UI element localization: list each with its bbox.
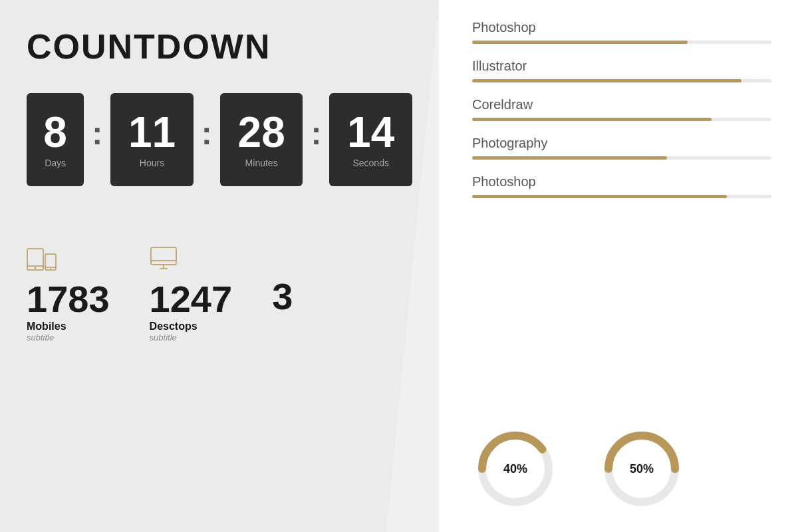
skill-item-0: Photoshop [472, 20, 771, 44]
mobile-title: Mobiles [27, 321, 66, 332]
skill-name-0: Photoshop [472, 20, 771, 35]
desktop-stat: 1247 Desctops subtitle [150, 246, 233, 342]
skill-item-3: Photography [472, 136, 771, 160]
days-card: 8 Days [27, 93, 84, 186]
seconds-card: 14 Seconds [329, 93, 412, 186]
skill-bar-fill-4 [472, 195, 727, 198]
skill-bar-bg-2 [472, 118, 771, 121]
right-panel: PhotoshopIllustratorCoreldrawPhotography… [439, 0, 798, 532]
svg-rect-0 [27, 249, 43, 270]
donut-label-0: 40% [503, 462, 527, 476]
skill-item-2: Coreldraw [472, 97, 771, 121]
colon-3: : [311, 115, 321, 165]
stats-row: 1783 Mobiles subtitle 1247 Desctops subt… [27, 246, 412, 342]
donut-container-0: 40% [472, 426, 559, 512]
skill-bar-bg-4 [472, 195, 771, 198]
minutes-label: Minutes [245, 158, 278, 168]
skills-section: PhotoshopIllustratorCoreldrawPhotography… [472, 20, 771, 412]
skill-bar-fill-3 [472, 156, 667, 160]
svg-point-5 [50, 269, 51, 270]
mobile-subtitle: subtitle [27, 332, 54, 342]
days-label: Days [45, 158, 66, 168]
skill-name-4: Photoshop [472, 174, 771, 190]
left-panel: COUNTDOWN 8 Days : 11 Hours : 28 Minutes… [0, 0, 439, 532]
donut-label-1: 50% [630, 462, 654, 476]
skill-bar-bg-1 [472, 79, 771, 82]
hours-card: 11 Hours [110, 93, 194, 186]
skill-name-2: Coreldraw [472, 97, 771, 112]
other-number: 3 [272, 278, 293, 315]
hours-value: 11 [128, 111, 176, 154]
mobile-icon [27, 246, 60, 275]
minutes-card: 28 Minutes [220, 93, 303, 186]
svg-rect-6 [151, 247, 176, 265]
desktop-icon [150, 246, 183, 275]
donut-chart-1: 50% [598, 426, 685, 512]
mobile-stat: 1783 Mobiles subtitle [27, 246, 110, 342]
countdown-title: COUNTDOWN [27, 27, 412, 66]
skill-bar-fill-0 [472, 41, 688, 44]
charts-row: 40% 50% [472, 426, 771, 512]
skill-bar-bg-3 [472, 156, 771, 160]
countdown-row: 8 Days : 11 Hours : 28 Minutes : 14 Seco… [27, 93, 412, 186]
skill-bar-fill-1 [472, 79, 741, 82]
skill-item-1: Illustrator [472, 59, 771, 82]
other-stat: 3 [272, 246, 293, 315]
hours-label: Hours [140, 158, 164, 168]
donut-container-1: 50% [598, 426, 685, 512]
seconds-value: 14 [347, 111, 394, 154]
minutes-value: 28 [238, 111, 285, 154]
skill-bar-bg-0 [472, 41, 771, 44]
days-value: 8 [43, 111, 67, 154]
donut-chart-0: 40% [472, 426, 559, 512]
colon-2: : [201, 115, 212, 165]
desktop-title: Desctops [150, 321, 198, 332]
colon-1: : [92, 115, 102, 165]
svg-point-2 [35, 267, 37, 269]
skill-item-4: Photoshop [472, 174, 771, 198]
skill-name-1: Illustrator [472, 59, 771, 74]
skill-bar-fill-2 [472, 118, 712, 121]
desktop-subtitle: subtitle [150, 332, 177, 342]
skill-name-3: Photography [472, 136, 771, 151]
mobile-number: 1783 [27, 281, 110, 318]
seconds-label: Seconds [352, 158, 388, 168]
desktop-number: 1247 [150, 281, 233, 318]
